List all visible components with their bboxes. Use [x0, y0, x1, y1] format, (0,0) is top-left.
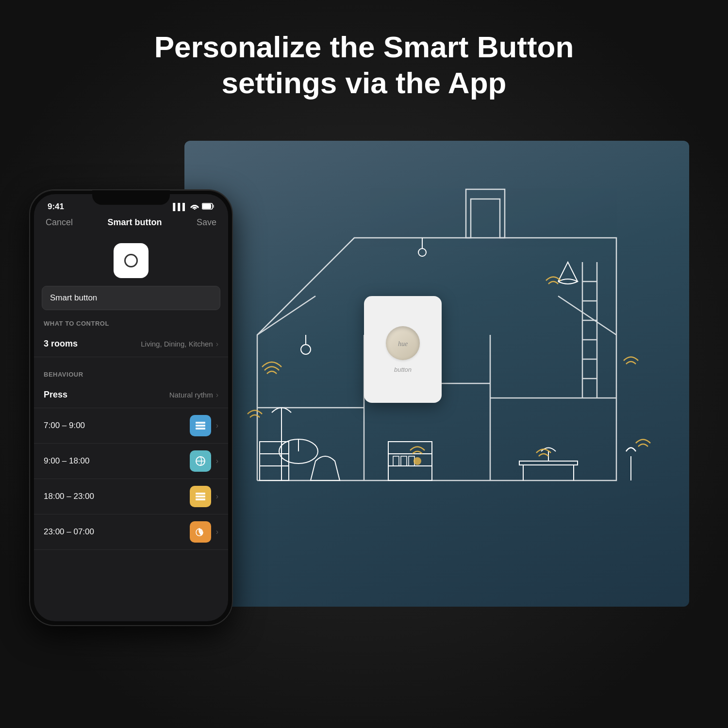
svg-rect-44: [202, 204, 211, 209]
svg-rect-50: [196, 496, 205, 497]
svg-rect-45: [213, 205, 214, 208]
svg-line-1: [558, 296, 616, 335]
schedule-time-1: 9:00 – 18:00: [44, 456, 90, 466]
schedule-icon-1: [190, 450, 211, 472]
press-value-area: Natural rythm ›: [169, 391, 218, 399]
schedule-row-3[interactable]: 23:00 – 07:00 ›: [34, 514, 228, 550]
hue-logo-icon: hue: [395, 335, 411, 351]
svg-text:hue: hue: [398, 340, 408, 347]
svg-point-18: [301, 345, 311, 354]
svg-rect-34: [401, 456, 407, 466]
battery-icon: [202, 203, 215, 211]
svg-rect-47: [196, 425, 205, 427]
hue-brand-text: button: [394, 366, 412, 373]
wifi-icon: [190, 203, 199, 211]
device-icon-area: [34, 233, 228, 286]
phone: 9:41 ▌▌▌ Cancel Smart button Save: [29, 189, 233, 626]
svg-rect-30: [388, 442, 432, 480]
schedule-row-0[interactable]: 7:00 – 9:00 ›: [34, 408, 228, 444]
nav-bar: Cancel Smart button Save: [34, 215, 228, 233]
rooms-detail-area: Living, Dining, Kitchen ›: [141, 340, 218, 348]
schedule-right-0: ›: [190, 415, 218, 436]
svg-rect-48: [196, 428, 205, 430]
rooms-chevron-icon: ›: [216, 340, 218, 348]
schedule-row-2[interactable]: 18:00 – 23:00 ›: [34, 479, 228, 514]
press-label: Press: [44, 390, 67, 400]
save-button[interactable]: Save: [197, 217, 216, 228]
what-to-control-label: WHAT TO CONTROL: [34, 320, 228, 331]
schedule-chevron-1: ›: [216, 457, 218, 465]
rooms-detail: Living, Dining, Kitchen: [141, 340, 213, 348]
svg-point-42: [194, 208, 196, 210]
schedule-right-1: ›: [190, 450, 218, 472]
schedule-time-0: 7:00 – 9:00: [44, 421, 85, 430]
status-icons: ▌▌▌: [173, 203, 215, 211]
nav-title: Smart button: [108, 217, 162, 228]
schedule-icon-3: [190, 521, 211, 543]
svg-point-16: [418, 248, 426, 256]
rooms-count: 3 rooms: [44, 339, 78, 349]
schedule-chevron-2: ›: [216, 492, 218, 501]
behaviour-label: BEHAVIOUR: [34, 371, 228, 382]
schedule-time-2: 18:00 – 23:00: [44, 492, 94, 501]
cancel-button[interactable]: Cancel: [46, 217, 73, 228]
svg-rect-37: [519, 461, 578, 465]
svg-rect-51: [196, 498, 205, 500]
signal-icon: ▌▌▌: [173, 203, 187, 211]
header-line1: Personalize the Smart Button: [0, 29, 728, 65]
header-line2: settings via the App: [0, 65, 728, 101]
status-time: 9:41: [48, 202, 64, 212]
press-row[interactable]: Press Natural rythm ›: [34, 382, 228, 408]
press-chevron-icon: ›: [216, 391, 218, 399]
schedule-chevron-3: ›: [216, 528, 218, 536]
device-icon: [124, 254, 138, 267]
svg-line-0: [257, 296, 315, 335]
page-header: Personalize the Smart Button settings vi…: [0, 29, 728, 101]
device-name-input[interactable]: Smart button: [42, 286, 220, 310]
schedule-icon-0: [190, 415, 211, 436]
phone-screen: 9:41 ▌▌▌ Cancel Smart button Save: [34, 194, 228, 621]
press-value: Natural rythm: [169, 391, 213, 399]
svg-point-36: [414, 457, 421, 465]
schedule-right-3: ›: [190, 521, 218, 543]
svg-rect-33: [393, 456, 399, 466]
schedule-chevron-0: ›: [216, 421, 218, 430]
schedule-right-2: ›: [190, 486, 218, 507]
svg-rect-7: [466, 189, 505, 238]
schedule-icon-2: [190, 486, 211, 507]
illustration-panel: hue button: [184, 141, 689, 607]
phone-notch: [92, 190, 170, 205]
rooms-row[interactable]: 3 rooms Living, Dining, Kitchen ›: [34, 331, 228, 357]
svg-rect-26: [260, 442, 289, 480]
separator-1: [34, 357, 228, 371]
device-icon-box: [114, 243, 149, 278]
svg-rect-46: [196, 422, 205, 424]
hue-device: hue button: [364, 296, 442, 403]
schedule-row-1[interactable]: 9:00 – 18:00 ›: [34, 444, 228, 479]
schedule-time-3: 23:00 – 07:00: [44, 527, 94, 537]
hue-button: hue: [386, 326, 420, 360]
svg-rect-49: [196, 493, 205, 495]
